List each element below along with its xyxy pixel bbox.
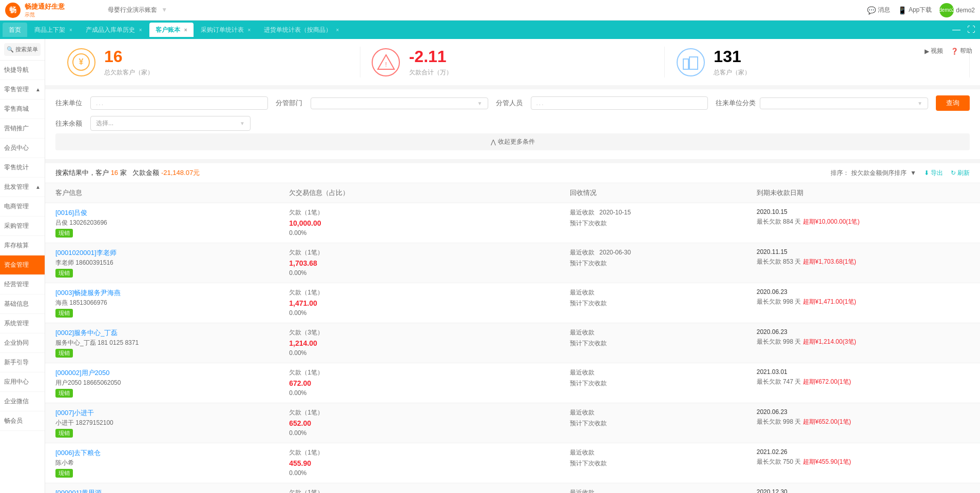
customer-name-link[interactable]: [0001020001]李老师 [55,248,268,258]
tab-purchase-stats[interactable]: 进货单统计表（按商品） × [258,23,345,37]
sidebar-item-finance[interactable]: 资金管理 [0,255,45,275]
overdue-date-value: 2020.12.30 [757,488,970,493]
overdue-date-value: 2020.06.23 [757,288,970,295]
chevron-down-icon: ▲ [35,87,41,92]
chevron-down-category-icon: ▼ [917,101,923,106]
customer-name-link[interactable]: [000001]黄思源 [55,488,268,493]
sidebar-item-purchase[interactable]: 采购管理 [0,216,45,236]
debt-amount[interactable]: 1,471.00 [289,299,549,307]
chevron-down-icon-batch: ▲ [35,184,41,190]
search-menu-btn[interactable]: 🔍 搜索菜单 [4,43,41,56]
sidebar-item-ecommerce[interactable]: 电商管理 [0,197,45,216]
tab-maximize-btn[interactable]: ⛶ [965,24,977,35]
tab-close-customer-account[interactable]: × [184,27,187,33]
sidebar-item-retail-stats[interactable]: 零售统计 [0,158,45,178]
overdue-amount-link[interactable]: 超期¥652.00(1笔) [803,418,851,425]
balance-select[interactable]: 选择... ▼ [90,116,251,131]
debt-amount[interactable]: 1,703.68 [289,259,549,267]
sidebar-item-vip[interactable]: 畅会员 [0,411,45,431]
sidebar-item-operations[interactable]: 经营管理 [0,275,45,294]
sidebar-item-base-info[interactable]: 基础信息 [0,294,45,314]
overdue-amount-link[interactable]: 超期¥10,000.00(1笔) [803,218,860,225]
unit-category-select[interactable]: ▼ [760,97,928,109]
results-info: 搜索结果中，客户 16 家 欠款金额 -21,148.07元 [55,168,200,178]
next-pay: 预计下次收款 [570,379,736,388]
overdue-amount-link[interactable]: 超期¥1,703.68(1笔) [803,258,856,265]
overdue-amount-link[interactable]: 超期¥455.90(1笔) [803,458,851,465]
customer-name-link[interactable]: [0003]畅捷服务尹海燕 [55,288,268,298]
customer-name-link[interactable]: [0006]去下粮仓 [55,448,268,458]
tab-purchase-order[interactable]: 采购订单统计表 × [195,23,257,37]
cell-customer-info: [0016]吕俊 吕俊 13026203696 现销 [45,203,279,243]
debt-customers-label: 总欠款客户（家） [104,68,153,77]
customer-phone: 吕俊 13026203696 [55,219,268,227]
sidebar-item-retail-mgmt[interactable]: 零售管理 ▲ [0,80,45,100]
tab-close-purchase-stats[interactable]: × [336,27,339,33]
sidebar-item-sys-mgmt[interactable]: 系统管理 [0,314,45,333]
overdue-amount-link[interactable]: 超期¥1,471.00(1笔) [803,298,856,305]
help-btn[interactable]: ❓ 帮助 [951,47,972,55]
video-btn[interactable]: ▶ 视频 [925,47,943,55]
sidebar-item-guide[interactable]: 新手引导 [0,353,45,372]
user-avatar[interactable]: demo2 demo2 [939,3,975,17]
customer-phone: 陈小希 [55,459,268,467]
person-input[interactable]: ... [531,96,708,110]
recent-pay: 最近收款 2020-10-15 [570,208,736,217]
filter-area: 往来单位 ... 分管部门 ▼ 分管人员 . [45,89,980,159]
sidebar-item-enterprise[interactable]: 企业协同 [0,333,45,353]
recent-pay: 最近收款 [570,488,736,493]
help-icon: ❓ [951,48,958,55]
cell-overdue-date: 2020.06.23 最长欠款 998 天 超期¥1,471.00(1笔) [746,283,980,323]
logo-icon: 畅 [5,3,21,18]
export-btn[interactable]: ⬇ 导出 [924,169,943,178]
sidebar-item-member-center[interactable]: 会员中心 [0,139,45,158]
app-download-btn[interactable]: 📱 App下载 [898,6,932,14]
refresh-btn[interactable]: ↻ 刷新 [951,169,970,178]
recent-pay: 最近收款 2020-06-30 [570,248,736,257]
stats-bar: ¥ 16 总欠款客户（家） ! [45,39,980,85]
customer-name-link[interactable]: [000002]用户2050 [55,368,268,378]
customer-tag: 现销 [55,469,73,478]
tab-close-purchase-order[interactable]: × [248,27,251,33]
tab-home[interactable]: 首页 [3,23,27,37]
tab-product-offline[interactable]: 商品上下架 × [28,23,79,37]
sidebar-item-inventory[interactable]: 库存核算 [0,236,45,255]
sidebar-item-batch-mgmt[interactable]: 批发管理 ▲ [0,178,45,197]
dept-select[interactable]: ▼ [311,97,488,109]
customer-name-link[interactable]: [0002]服务中心_丁磊 [55,328,268,338]
debt-amount[interactable]: 455.90 [289,459,549,467]
svg-text:¥: ¥ [79,57,84,66]
customer-name-link[interactable]: [0007]小进干 [55,408,268,418]
tab-minimize-btn[interactable]: — [950,24,963,35]
cell-customer-info: [0003]畅捷服务尹海燕 海燕 18513066976 现销 [45,283,279,323]
tab-production-history[interactable]: 产成品入库单历史 × [80,23,148,37]
customer-name-link[interactable]: [0016]吕俊 [55,208,268,218]
overdue-amount-link[interactable]: 超期¥1,214.00(3笔) [803,338,856,345]
debt-amount[interactable]: 10,000.00 [289,219,549,227]
sidebar-item-retail-mall[interactable]: 零售商城 [0,100,45,119]
sidebar-item-wechat[interactable]: 企业微信 [0,392,45,411]
sort-select[interactable]: 排序： 按欠款金额倒序排序 ▼ [831,169,916,178]
debt-amount[interactable]: 672.00 [289,379,549,387]
source-unit-input[interactable]: ... [90,96,268,110]
customer-tag: 现销 [55,309,73,318]
debt-amount[interactable]: 1,214.00 [289,339,549,347]
cell-customer-info: [0002]服务中心_丁磊 服务中心_丁磊 181 0125 8371 现销 [45,323,279,363]
tab-close-production-history[interactable]: × [139,27,142,33]
cell-repay-status: 最近收款 预计下次收款 [560,363,746,403]
sidebar-item-app-center[interactable]: 应用中心 [0,372,45,392]
tab-customer-account[interactable]: 客户账本 × [149,23,194,37]
svg-rect-5 [689,57,698,69]
debt-amount[interactable]: 652.00 [289,419,549,427]
tab-close-product-offline[interactable]: × [69,27,72,33]
sidebar-item-quick-nav[interactable]: 快捷导航 [0,61,45,80]
stat-icon-debt-total: ! [371,47,401,77]
sidebar-item-marketing[interactable]: 营销推广 [0,119,45,139]
message-btn[interactable]: 💬 消息 [867,6,890,14]
cell-customer-info: [000002]用户2050 用户2050 18665062050 现销 [45,363,279,403]
query-button[interactable]: 查询 [936,95,970,111]
recent-pay: 最近收款 [570,448,736,457]
company-select[interactable]: 母婴行业演示账套 ▼ [108,6,867,14]
overdue-amount-link[interactable]: 超期¥672.00(1笔) [803,378,851,385]
collapse-filter-btn[interactable]: ⋀ 收起更多条件 [55,133,970,150]
